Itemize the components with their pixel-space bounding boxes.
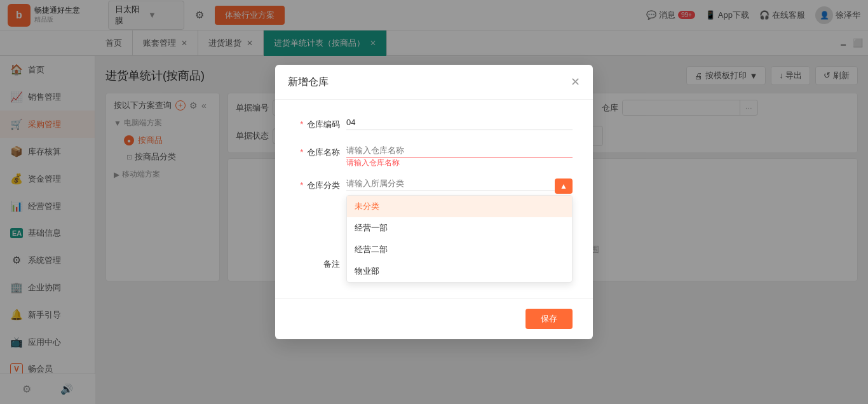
category-arrow-button[interactable]: ▲ <box>555 178 573 194</box>
category-input[interactable] <box>346 176 573 191</box>
form-row-category: * 仓库分类 ▲ 未分类 经营一部 经营二部 物业部 <box>295 176 573 191</box>
dropdown-item-0[interactable]: 未分类 <box>347 196 572 217</box>
name-label: * 仓库名称 <box>295 143 346 158</box>
category-dropdown: 未分类 经营一部 经营二部 物业部 <box>346 195 573 283</box>
code-label: * 仓库编码 <box>295 115 346 130</box>
form-row-code: * 仓库编码 <box>295 115 573 130</box>
new-warehouse-modal: 新增仓库 ✕ * 仓库编码 * 仓库名称 请输入仓库名称 <box>275 65 593 339</box>
name-input[interactable] <box>346 143 573 158</box>
save-button[interactable]: 保存 <box>526 309 573 329</box>
modal-body: * 仓库编码 * 仓库名称 请输入仓库名称 * 仓库分类 <box>275 100 593 298</box>
modal-title: 新增仓库 <box>288 76 329 89</box>
modal-overlay[interactable]: 新增仓库 ✕ * 仓库编码 * 仓库名称 请输入仓库名称 <box>0 0 868 404</box>
modal-close-button[interactable]: ✕ <box>571 75 580 89</box>
form-row-name: * 仓库名称 请输入仓库名称 <box>295 143 573 158</box>
modal-header: 新增仓库 ✕ <box>275 65 593 100</box>
dropdown-item-3[interactable]: 物业部 <box>347 260 572 282</box>
name-error-msg: 请输入仓库名称 <box>346 158 400 168</box>
remark-label: 备注 <box>295 255 346 270</box>
dropdown-item-2[interactable]: 经营二部 <box>347 239 572 260</box>
category-select-wrap: ▲ 未分类 经营一部 经营二部 物业部 <box>346 176 573 191</box>
code-input[interactable] <box>346 115 573 130</box>
dropdown-item-1[interactable]: 经营一部 <box>347 217 572 239</box>
category-label: * 仓库分类 <box>295 176 346 191</box>
modal-footer: 保存 <box>275 298 593 339</box>
